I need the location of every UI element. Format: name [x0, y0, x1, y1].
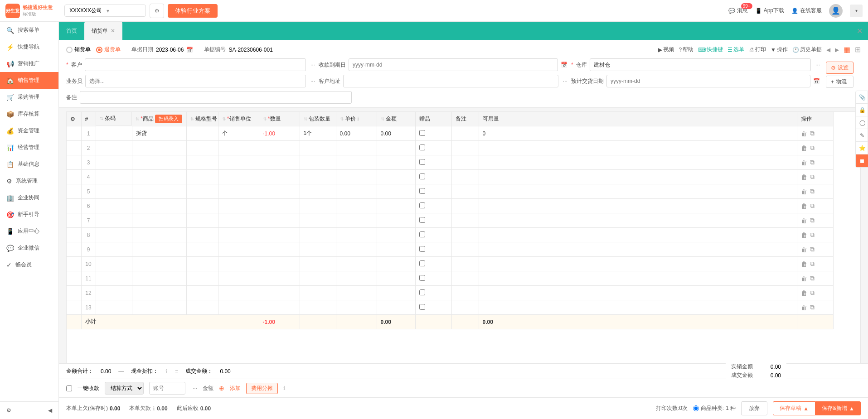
float-btn-5[interactable]: ⭐ [856, 142, 868, 154]
cell-spec[interactable] [186, 286, 218, 300]
cell-gift[interactable] [415, 286, 451, 300]
expected-date-input[interactable] [606, 75, 810, 87]
cell-barcode[interactable] [96, 141, 132, 155]
one-click-payment-checkbox[interactable] [66, 385, 72, 391]
copy-icon[interactable]: ⧉ [810, 303, 815, 311]
collection-date-input[interactable] [349, 58, 558, 71]
toolbar-operate-btn[interactable]: ▼ 操作 [771, 46, 788, 53]
sidebar-item-member[interactable]: ✓ 畅会员 [0, 256, 58, 273]
cell-amount[interactable] [377, 170, 415, 184]
settlement-method-select[interactable]: 结算方式 [105, 382, 144, 395]
copy-icon[interactable]: ⧉ [810, 275, 815, 282]
cell-amount[interactable] [377, 213, 415, 228]
warehouse-input[interactable] [590, 58, 811, 71]
cell-remark[interactable] [451, 300, 479, 315]
copy-icon[interactable]: ⧉ [810, 144, 815, 152]
sidebar-item-system[interactable]: ⚙ 系统管理 [0, 173, 58, 189]
cell-barcode[interactable] [96, 271, 132, 286]
cell-pack-qty[interactable] [300, 257, 336, 271]
cell-gift[interactable] [415, 242, 451, 257]
delete-icon[interactable]: 🗑 [801, 217, 807, 224]
copy-icon[interactable]: ⧉ [810, 217, 815, 224]
cell-unit-price[interactable] [336, 155, 377, 170]
float-btn-2[interactable]: 🔒 [856, 104, 868, 116]
cell-qty[interactable] [259, 170, 300, 184]
cell-pack-qty[interactable] [300, 170, 336, 184]
toolbar-help-btn[interactable]: ? 帮助 [679, 46, 693, 53]
cell-remark[interactable] [451, 286, 479, 300]
cell-qty[interactable] [259, 184, 300, 199]
copy-icon-1[interactable]: ⧉ [810, 130, 815, 137]
cell-unit-price[interactable] [336, 242, 377, 257]
gift-checkbox[interactable] [419, 289, 425, 295]
settings-btn[interactable]: ⚙ 设置 [826, 62, 853, 74]
cell-barcode[interactable] [96, 170, 132, 184]
radio-sales[interactable]: 销货单 [66, 46, 91, 53]
cell-amount[interactable] [377, 228, 415, 242]
cell-product[interactable] [132, 228, 186, 242]
cell-unit[interactable] [218, 271, 259, 286]
cell-remark[interactable] [451, 170, 479, 184]
copy-icon[interactable]: ⧉ [810, 173, 815, 181]
cell-spec[interactable] [186, 170, 218, 184]
cell-amount[interactable] [377, 286, 415, 300]
cell-unit-price[interactable] [336, 257, 377, 271]
sidebar-collapse-btn[interactable]: ◀ [48, 407, 52, 414]
trial-button[interactable]: 体验行业方案 [168, 4, 218, 18]
sidebar-item-finance[interactable]: 💰 资金管理 [0, 122, 58, 139]
product-kind-radio[interactable] [693, 405, 699, 411]
toolbar-video-btn[interactable]: ▶ 视频 [658, 46, 674, 53]
cell-unit[interactable] [218, 242, 259, 257]
delete-icon[interactable]: 🗑 [801, 275, 807, 282]
cell-pack-qty[interactable] [300, 213, 336, 228]
delete-icon[interactable]: 🗑 [801, 289, 807, 297]
gift-checkbox[interactable] [419, 231, 425, 237]
col-settings[interactable]: ⚙ [67, 112, 81, 126]
cell-pack-qty[interactable] [300, 155, 336, 170]
cell-gift[interactable] [415, 141, 451, 155]
cell-qty[interactable] [259, 155, 300, 170]
cell-pack-qty[interactable] [300, 184, 336, 199]
list-view-btn[interactable]: ⊞ [855, 45, 861, 54]
scan-btn[interactable]: 扫码录入 [155, 115, 182, 123]
cell-amount[interactable] [377, 257, 415, 271]
cell-unit[interactable] [218, 257, 259, 271]
sidebar-item-apps[interactable]: 📱 应用中心 [0, 223, 58, 240]
calendar2-icon[interactable]: 📅 [561, 62, 567, 68]
cell-product[interactable] [132, 271, 186, 286]
cell-remark[interactable] [451, 242, 479, 257]
gift-checkbox[interactable] [419, 173, 425, 179]
online-support-btn[interactable]: 👤 在线客服 [791, 7, 822, 14]
copy-icon[interactable]: ⧉ [810, 202, 815, 210]
cell-remark[interactable] [451, 257, 479, 271]
cell-remark[interactable] [451, 213, 479, 228]
cell-unit-price[interactable] [336, 300, 377, 315]
copy-icon[interactable]: ⧉ [810, 260, 815, 268]
user-avatar[interactable]: 👤 [829, 4, 843, 18]
cell-remark[interactable] [451, 141, 479, 155]
gift-checkbox[interactable] [419, 202, 425, 208]
cell-amount[interactable] [377, 199, 415, 213]
note-input[interactable] [80, 91, 352, 104]
gift-checkbox[interactable] [419, 144, 425, 150]
cell-spec[interactable] [186, 300, 218, 315]
cell-unit[interactable] [218, 170, 259, 184]
expense-split-btn[interactable]: 费用分摊 [246, 383, 278, 394]
cell-qty[interactable] [259, 141, 300, 155]
delete-icon[interactable]: 🗑 [801, 159, 807, 166]
cell-gift[interactable] [415, 271, 451, 286]
account-input[interactable] [149, 382, 185, 395]
calendar3-icon[interactable]: 📅 [813, 78, 820, 84]
cell-spec[interactable] [186, 257, 218, 271]
delete-icon[interactable]: 🗑 [801, 231, 807, 239]
toolbar-history-btn[interactable]: 🕐 历史单据 [792, 46, 822, 53]
cell-unit[interactable] [218, 300, 259, 315]
cell-gift[interactable] [415, 213, 451, 228]
cell-gift[interactable] [415, 155, 451, 170]
sidebar-item-basic[interactable]: 📋 基础信息 [0, 156, 58, 173]
delete-icon[interactable]: 🗑 [801, 260, 807, 268]
customer-address-input[interactable] [343, 75, 558, 87]
tab-home[interactable]: 首页 [59, 22, 84, 40]
cell-pack-qty[interactable] [300, 286, 336, 300]
save-draft-button[interactable]: 保存草稿 ▲ [773, 401, 815, 415]
